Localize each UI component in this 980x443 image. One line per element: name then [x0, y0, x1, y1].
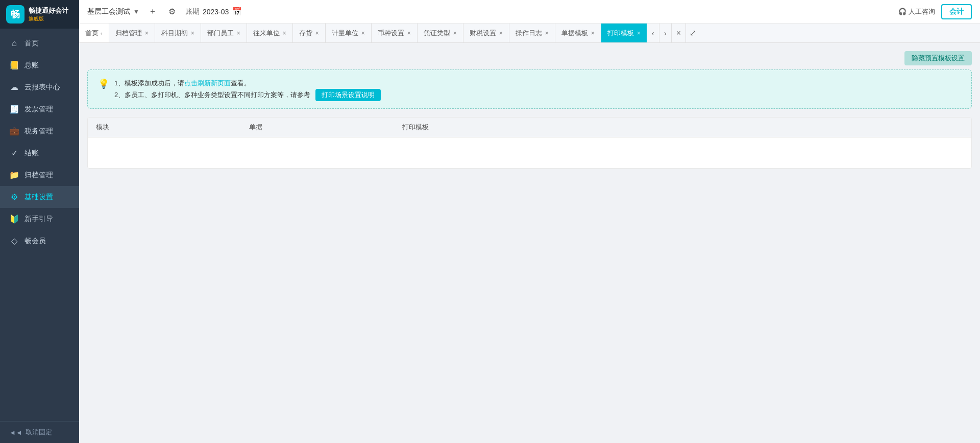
info-line2-prefix: 2、多员工、多打印机、多种业务类型设置不同打印方案等，请参考 [114, 91, 310, 99]
add-tab-button[interactable]: ＋ [145, 5, 160, 19]
tab-home-label: 首页 [85, 29, 99, 38]
tabs-expand-button[interactable]: ⤢ [686, 24, 700, 42]
tab-inventory-close[interactable]: × [315, 30, 319, 37]
main-area: 基层工会测试 ▼ ＋ ⚙ 账期 2023-03 📅 🎧 人工咨询 会计 首页 ‹ [79, 0, 980, 443]
tabs-next-button[interactable]: › [659, 24, 672, 42]
settings-gear-button[interactable]: ⚙ [165, 5, 179, 19]
tab-department-close[interactable]: × [237, 30, 240, 37]
tab-home[interactable]: 首页 ‹ [79, 24, 109, 42]
tab-unit[interactable]: 计量单位 × [326, 24, 372, 42]
info-text: 1、模板添加成功后，请点击刷新新页面查看。 2、多员工、多打印机、多种业务类型设… [114, 77, 381, 101]
sidebar-item-member[interactable]: ◇ 畅会员 [0, 230, 79, 252]
tab-archive-mgmt-close[interactable]: × [145, 30, 149, 37]
unpin-button[interactable]: ◄◄ 取消固定 [0, 421, 79, 443]
table-body [88, 137, 971, 168]
sidebar-label-tax: 税务管理 [24, 127, 53, 136]
sidebar-label-archive: 归档管理 [24, 171, 53, 180]
tab-inventory[interactable]: 存货 × [293, 24, 326, 42]
logo-icon: 畅 [6, 5, 24, 24]
calendar-icon[interactable]: 📅 [232, 7, 242, 16]
sidebar-item-guide[interactable]: 🔰 新手引导 [0, 208, 79, 230]
refresh-link[interactable]: 点击刷新新页面 [184, 79, 231, 87]
tab-inventory-label: 存货 [299, 29, 312, 38]
tab-operation-log-close[interactable]: × [545, 30, 549, 37]
tab-unit-close[interactable]: × [361, 30, 365, 37]
tabs-bar: 首页 ‹ 归档管理 × 科目期初 × 部门员工 × 往来单位 × 存货 × 计量… [79, 24, 980, 43]
explain-button[interactable]: 打印场景设置说明 [315, 89, 381, 101]
tab-receipt-template[interactable]: 单据模板 × [555, 24, 601, 42]
sidebar-item-archive[interactable]: 📁 归档管理 [0, 164, 79, 186]
tab-currency-label: 币种设置 [378, 29, 404, 38]
unpin-icon: ◄◄ [9, 429, 22, 436]
sidebar-label-member: 畅会员 [24, 237, 46, 246]
tab-print-template-label: 打印模板 [607, 29, 634, 38]
sidebar-item-close[interactable]: ✓ 结账 [0, 142, 79, 164]
sidebar-item-settings[interactable]: ⚙ 基础设置 [0, 186, 79, 208]
info-line2: 2、多员工、多打印机、多种业务类型设置不同打印方案等，请参考 打印场景设置说明 [114, 89, 381, 101]
tab-currency[interactable]: 币种设置 × [372, 24, 418, 42]
sidebar-item-invoice[interactable]: 🧾 发票管理 [0, 98, 79, 120]
tab-currency-close[interactable]: × [407, 30, 411, 37]
help-button[interactable]: 🎧 人工咨询 [898, 7, 935, 16]
period-display: 账期 2023-03 📅 [185, 7, 242, 16]
sidebar-nav: ⌂ 首页 📒 总账 ☁ 云报表中心 🧾 发票管理 💼 税务管理 ✓ 结账 📁 归… [0, 29, 79, 421]
info-box: 💡 1、模板添加成功后，请点击刷新新页面查看。 2、多员工、多打印机、多种业务类… [87, 69, 972, 109]
logo: 畅 畅捷通好会计 旗舰版 [0, 0, 79, 29]
company-dropdown-icon: ▼ [133, 8, 139, 15]
topbar-actions: ＋ ⚙ [145, 5, 179, 19]
tabs-close-all-button[interactable]: × [672, 24, 686, 42]
period-value: 2023-03 [203, 8, 229, 16]
tab-back-icon: ‹ [101, 30, 103, 36]
table-header: 模块 单据 打印模板 [88, 118, 971, 137]
sidebar-item-tax[interactable]: 💼 税务管理 [0, 120, 79, 142]
settings-icon: ⚙ [9, 192, 19, 202]
tab-department-label: 部门员工 [207, 29, 234, 38]
tabs-prev-button[interactable]: ‹ [647, 24, 659, 42]
tab-subject-init[interactable]: 科目期初 × [155, 24, 201, 42]
close-accounts-icon: ✓ [9, 148, 19, 158]
invoice-icon: 🧾 [9, 104, 19, 114]
guide-icon: 🔰 [9, 214, 19, 224]
sidebar-label-ledger: 总账 [24, 61, 39, 70]
tab-contacts-label: 往来单位 [253, 29, 280, 38]
tab-contacts[interactable]: 往来单位 × [247, 24, 293, 42]
tab-print-template[interactable]: 打印模板 × [601, 24, 647, 42]
tab-subject-init-close[interactable]: × [191, 30, 194, 37]
tab-print-template-close[interactable]: × [637, 30, 641, 37]
tab-tax-settings-close[interactable]: × [499, 30, 503, 37]
hide-preview-button[interactable]: 隐藏预置模板设置 [904, 51, 972, 65]
company-name: 基层工会测试 [87, 7, 130, 16]
tab-operation-log-label: 操作日志 [516, 29, 542, 38]
col-template: 打印模板 [394, 123, 971, 132]
tab-department[interactable]: 部门员工 × [201, 24, 247, 42]
info-line1-prefix: 1、模板添加成功后，请 [114, 79, 184, 87]
info-line1-suffix: 查看。 [231, 79, 251, 87]
accounting-button[interactable]: 会计 [941, 4, 972, 19]
tab-voucher-type[interactable]: 凭证类型 × [418, 24, 463, 42]
tab-subject-init-label: 科目期初 [161, 29, 188, 38]
member-icon: ◇ [9, 236, 19, 246]
tab-contacts-close[interactable]: × [283, 30, 286, 37]
logo-sub: 旗舰版 [29, 15, 68, 22]
info-line1: 1、模板添加成功后，请点击刷新新页面查看。 [114, 77, 381, 89]
sidebar-item-home[interactable]: ⌂ 首页 [0, 33, 79, 54]
content-header: 隐藏预置模板设置 [87, 51, 972, 65]
company-selector[interactable]: 基层工会测试 ▼ [87, 7, 139, 16]
sidebar: 畅 畅捷通好会计 旗舰版 ⌂ 首页 📒 总账 ☁ 云报表中心 🧾 发票管理 💼 … [0, 0, 79, 443]
tab-tax-settings-label: 财税设置 [470, 29, 496, 38]
tab-operation-log[interactable]: 操作日志 × [509, 24, 555, 42]
tab-tax-settings[interactable]: 财税设置 × [463, 24, 509, 42]
period-label: 账期 [185, 7, 200, 16]
help-label: 人工咨询 [909, 7, 935, 16]
tab-archive-mgmt-label: 归档管理 [115, 29, 142, 38]
tab-receipt-template-close[interactable]: × [591, 30, 595, 37]
tab-unit-label: 计量单位 [332, 29, 358, 38]
tab-voucher-type-close[interactable]: × [453, 30, 457, 37]
tab-archive-mgmt[interactable]: 归档管理 × [109, 24, 155, 42]
archive-icon: 📁 [9, 170, 19, 180]
ledger-icon: 📒 [9, 60, 19, 70]
sidebar-label-close: 结账 [24, 149, 39, 158]
tip-icon: 💡 [98, 78, 109, 89]
sidebar-item-reports[interactable]: ☁ 云报表中心 [0, 76, 79, 98]
sidebar-item-ledger[interactable]: 📒 总账 [0, 54, 79, 76]
